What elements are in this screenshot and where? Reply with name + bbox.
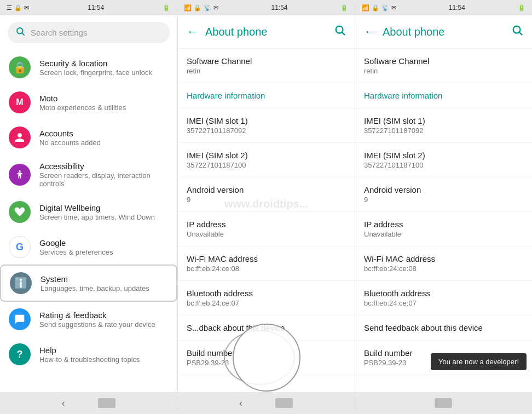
svg-line-1 [22, 33, 24, 35]
about-list-right: Software Channel retin Hardware informat… [355, 49, 532, 392]
about-title-middle: About phone [205, 26, 327, 38]
battery-1: 🔋 [163, 4, 170, 12]
icon-signal-2: 📶 [184, 4, 192, 12]
about-software-channel-r[interactable]: Software Channel retin [355, 49, 532, 83]
imei1-value-r: 357227101187092 [364, 127, 523, 135]
help-text: Help How-to & troubleshooting topics [39, 346, 140, 364]
accounts-subtitle: No accounts added [39, 139, 101, 147]
imei2-title-m: IMEI (SIM slot 2) [187, 151, 346, 160]
feedback-title-m: S...dback about this device [187, 323, 346, 332]
sidebar-item-google[interactable]: G Google Services & preferences [0, 229, 177, 264]
accessibility-title: Accessibility [39, 162, 169, 171]
about-build-m[interactable]: Build number PSB29.39-23 [178, 341, 355, 375]
main-container: Search settings 🔒 Security & location Sc… [0, 15, 532, 392]
sidebar-item-accounts[interactable]: Accounts No accounts added [0, 120, 177, 155]
about-feedback-r[interactable]: Send feedback about this device [355, 315, 532, 341]
security-title: Security & location [39, 59, 152, 68]
sidebar-item-moto[interactable]: M Moto Moto experiences & utilities [0, 85, 177, 120]
battery-2: 🔋 [340, 4, 348, 12]
moto-title: Moto [39, 94, 126, 103]
icon-signal-3: 📶 [362, 4, 369, 12]
help-title: Help [39, 346, 140, 355]
about-imei1-m[interactable]: IMEI (SIM slot 1) 357227101187092 [178, 108, 355, 143]
svg-point-5 [513, 26, 521, 33]
search-header-icon-right[interactable] [511, 24, 523, 39]
about-imei2-m[interactable]: IMEI (SIM slot 2) 357227101187100 [178, 143, 355, 177]
developer-toast: You are now a developer! [431, 353, 527, 370]
sidebar-item-security[interactable]: 🔒 Security & location Screen lock, finge… [0, 50, 177, 85]
svg-point-0 [17, 28, 23, 34]
software-channel-value-m: retin [187, 67, 346, 75]
nav-back-1[interactable]: ‹ [62, 398, 65, 409]
about-imei2-r[interactable]: IMEI (SIM slot 2) 357227101187100 [355, 143, 532, 177]
svg-point-3 [336, 26, 343, 33]
about-hardware-info-r[interactable]: Hardware information [355, 83, 532, 108]
about-wifi-m[interactable]: Wi-Fi MAC address bc:ff:eb:24:ce:08 [178, 246, 355, 281]
icon-data-3: 📡 [381, 4, 389, 12]
ip-value-m: Unavailable [187, 230, 346, 238]
about-wifi-r[interactable]: Wi-Fi MAC address bc:ff:eb:24:ce:08 [355, 246, 532, 281]
icon-msg-3: ✉ [391, 4, 396, 12]
google-icon: G [9, 236, 31, 258]
icon-lock-3: 🔒 [372, 4, 379, 12]
moto-subtitle: Moto experiences & utilities [39, 104, 126, 112]
about-android-r[interactable]: Android version 9 [355, 177, 532, 212]
status-panel-2: 📶 🔒 📡 ✉ 11:54 🔋 [177, 4, 354, 12]
accessibility-text: Accessibility Screen readers, display, i… [39, 162, 169, 188]
bt-title-r: Bluetooth address [364, 289, 523, 298]
accounts-icon [9, 127, 31, 148]
system-subtitle: Languages, time, backup, updates [41, 284, 149, 292]
search-header-icon-middle[interactable] [334, 24, 346, 39]
settings-list: 🔒 Security & location Screen lock, finge… [0, 50, 177, 392]
moto-text: Moto Moto experiences & utilities [39, 94, 126, 112]
icon-lock-2: 🔒 [194, 4, 201, 12]
android-title-m: Android version [187, 185, 346, 194]
sidebar-item-digital-wellbeing[interactable]: Digital Wellbeing Screen time, app timer… [0, 194, 177, 229]
imei1-title-m: IMEI (SIM slot 1) [187, 116, 346, 125]
about-imei1-r[interactable]: IMEI (SIM slot 1) 357227101187092 [355, 108, 532, 143]
about-header-right: ← About phone [355, 15, 532, 49]
sidebar-item-system[interactable]: ℹ️ System Languages, time, backup, updat… [0, 264, 177, 302]
accounts-text: Accounts No accounts added [39, 129, 101, 147]
sidebar-item-accessibility[interactable]: Accessibility Screen readers, display, i… [0, 155, 177, 194]
android-value-r: 9 [364, 196, 523, 204]
software-channel-title-r: Software Channel [364, 56, 523, 66]
about-ip-m[interactable]: IP address Unavailable [178, 212, 355, 246]
bt-value-m: bc:ff:eb:24:ce:07 [187, 299, 346, 307]
about-panel-right: ← About phone Software Channel retin Har… [355, 15, 532, 392]
bottom-bar: ‹ ‹ [0, 392, 532, 414]
build-value-m: PSB29.39-23 [187, 359, 346, 367]
back-button-middle[interactable]: ← [187, 25, 199, 39]
imei1-title-r: IMEI (SIM slot 1) [364, 116, 523, 125]
about-panel-middle: ← About phone Software Channel retin Har… [178, 15, 355, 392]
sidebar-item-help[interactable]: ? Help How-to & troubleshooting topics [0, 337, 177, 372]
about-header-middle: ← About phone [178, 15, 355, 49]
system-text: System Languages, time, backup, updates [41, 274, 149, 292]
about-software-channel-m[interactable]: Software Channel retin [178, 49, 355, 83]
back-button-right[interactable]: ← [364, 25, 376, 39]
search-bar[interactable]: Search settings [8, 22, 170, 43]
help-icon: ? [9, 343, 31, 365]
android-value-m: 9 [187, 196, 346, 204]
google-subtitle: Services & preferences [39, 248, 113, 256]
svg-line-6 [519, 32, 522, 35]
about-android-m[interactable]: Android version 9 [178, 177, 355, 212]
imei1-value-m: 357227101187092 [187, 127, 346, 135]
about-ip-r[interactable]: IP address Unavailable [355, 212, 532, 246]
sidebar-item-rating[interactable]: Rating & feedback Send suggestions & rat… [0, 302, 177, 337]
status-icons-3: 📶 🔒 📡 ✉ [362, 4, 396, 12]
nav-home-3[interactable] [435, 398, 452, 408]
accounts-title: Accounts [39, 129, 101, 138]
google-text: Google Services & preferences [39, 238, 113, 256]
icon-msg-2: ✉ [213, 4, 218, 12]
nav-home-2[interactable] [275, 398, 293, 408]
nav-home-1[interactable] [98, 398, 115, 408]
about-hardware-info-m[interactable]: Hardware information [178, 83, 355, 108]
about-bt-m[interactable]: Bluetooth address bc:ff:eb:24:ce:07 [178, 281, 355, 315]
search-placeholder: Search settings [31, 28, 87, 37]
about-title-right: About phone [383, 26, 505, 38]
about-feedback-m[interactable]: S...dback about this device [178, 315, 355, 341]
about-bt-r[interactable]: Bluetooth address bc:ff:eb:24:ce:07 [355, 281, 532, 315]
icon-data-2: 📡 [204, 4, 211, 12]
nav-back-2[interactable]: ‹ [239, 398, 242, 409]
